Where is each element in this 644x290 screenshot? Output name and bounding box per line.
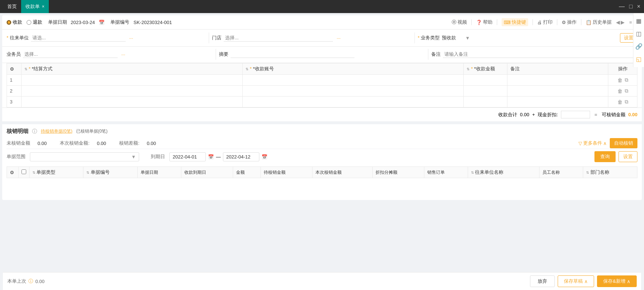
copy-btn-2[interactable]: ⧉ [625,88,628,94]
start-cal-icon[interactable]: 📅 [208,154,214,160]
range-select[interactable]: ▼ [30,152,139,161]
counterpart-input[interactable] [31,34,126,42]
done-tab[interactable]: 已核销单据(0笔) [76,128,108,134]
prev-arrow[interactable]: ◀ [616,19,620,25]
help-btn[interactable]: ❓ 帮助 [476,19,492,26]
settlement-3[interactable] [21,97,243,107]
start-date-input[interactable] [169,152,206,161]
sidebar-icon-4[interactable]: ◱ [635,54,643,64]
sales-rep-field: 业务员 ··· [7,49,213,59]
tab-receipt[interactable]: 收款单 × [21,0,49,13]
nuclear-info-icon[interactable]: ⓘ [32,128,37,135]
end-date-input[interactable] [223,152,259,161]
bottom-table: ⚙ ⇅ 单据类型 ⇅ 单据编号 单据日期 收款到期日 金额 [7,166,637,178]
counterpart-more-icon[interactable]: ··· [128,35,135,41]
filter-settings-btn[interactable]: 设置 [619,151,637,162]
settlement-1[interactable] [21,75,243,86]
refund-radio[interactable]: 退款 [27,19,42,26]
notes-1[interactable] [507,75,608,86]
divider1 [471,19,472,25]
discount-input[interactable] [561,111,590,118]
copy-btn-1[interactable]: ⧉ [625,77,628,83]
stat-info-icon[interactable]: ⓘ [28,278,33,285]
col-notes: 备注 [507,63,608,75]
divider3 [533,19,533,25]
auto-nuclear-btn[interactable]: 自动核销 [610,138,637,148]
nuclear-header: 核销明细 ⓘ 待核销单据(0笔) 已核销单据(0笔) [7,128,637,135]
minimize-btn[interactable]: — [618,3,625,11]
amount-3[interactable] [464,97,507,107]
top-nav: 首页 收款单 × — □ × [0,0,644,13]
tab-home[interactable]: 首页 [3,0,21,13]
account-1[interactable] [243,75,464,86]
maximize-btn[interactable]: □ [628,3,633,11]
bt-settings-icon[interactable]: ⚙ [10,170,14,175]
save-new-btn[interactable]: 保存&新增 ∧ [597,275,637,287]
sidebar-icon-3[interactable]: 🔗 [634,42,644,51]
video-btn[interactable]: ⓔ 视频 [452,19,467,26]
counterpart-field: 往来单位 ··· [7,33,206,43]
end-cal-icon[interactable]: 📅 [262,154,267,160]
operation-btn[interactable]: ⚙ 操作 [562,19,577,26]
save-new-arrow[interactable]: ∧ [627,279,631,284]
delete-btn-3[interactable]: 🗑 [617,99,623,105]
shortcut-btn[interactable]: ⌨ 快捷键 [502,18,528,26]
table-row: 1 🗑 ⧉ [7,75,637,86]
account-2[interactable] [243,86,464,97]
notes-3[interactable] [507,97,608,107]
summary-field: 摘要 [219,49,425,59]
receipt-radio[interactable]: 收款 [7,19,22,26]
amount-1[interactable] [464,75,507,86]
divider2 [497,19,497,25]
abandon-btn[interactable]: 放弃 [530,275,555,287]
sep2 [415,32,415,43]
pending-tab[interactable]: 待核销单据(0笔) [41,128,72,134]
btcol-staff: 员工名称 [539,167,583,178]
keyboard-icon: ⌨ [504,20,511,25]
store-more-icon[interactable]: ··· [335,35,342,41]
row-num-2: 2 [7,86,21,97]
table-settings-icon[interactable]: ⚙ [10,66,14,72]
settlement-2[interactable] [21,86,243,97]
history-btn[interactable]: 📋 历史单据 [586,19,612,26]
more-conditions-btn[interactable]: ▽ 更多条件 ∧ [578,140,607,146]
notes-2[interactable] [507,86,608,97]
bottom-right-btns: 放弃 保存草稿 ∧ 保存&新增 ∧ [530,275,637,287]
summary-input[interactable] [231,51,354,58]
op-icon: ⚙ [562,20,566,25]
calendar-icon[interactable]: 📅 [99,20,105,25]
print-btn[interactable]: 🖨 打印 [537,19,553,26]
close-btn[interactable]: × [636,3,641,11]
next-arrow[interactable]: ▶ [621,19,625,25]
tab-close-icon[interactable]: × [42,4,44,9]
sales-rep-more-icon[interactable]: ··· [120,52,127,57]
document-number-field: 单据编号 SK-20230324-001 [110,19,172,26]
number-value: SK-20230324-001 [134,20,172,25]
right-sidebar: ▦ ◫ 🔗 ◱ [633,13,644,67]
delete-btn-1[interactable]: 🗑 [617,77,623,83]
select-all-checkbox[interactable] [21,169,26,174]
bottom-bar: 本单上次 ⓘ 0.00 放弃 保存草稿 ∧ 保存&新增 ∧ [3,272,641,290]
business-type-arrow[interactable]: ▼ [465,35,470,41]
row-num-1: 1 [7,75,21,86]
notes-input[interactable] [443,51,637,58]
btcol-amount: 金额 [233,167,261,178]
save-draft-btn[interactable]: 保存草稿 ∧ [558,275,594,287]
form-header: 收款 退款 单据日期 2023-03-24 📅 单据编号 SK-20230324… [2,15,642,30]
query-btn[interactable]: 查询 [594,151,616,162]
store-input[interactable] [224,34,333,42]
diff-value: 0.00 [147,141,156,146]
btcol-settings: ⚙ [7,167,19,178]
save-draft-arrow[interactable]: ∧ [584,279,588,284]
business-type-label: 业务类型 [418,35,440,41]
amount-2[interactable] [464,86,507,97]
sidebar-icon-1[interactable]: ▦ [635,16,643,26]
nav-arrows: ◀ ▶ [616,19,625,25]
copy-btn-3[interactable]: ⧉ [625,99,628,105]
btcol-pending: 待核销金额 [260,167,312,178]
sidebar-icon-2[interactable]: ◫ [635,29,643,39]
list-view-icon[interactable]: ≡ [629,20,632,25]
sales-rep-input[interactable] [23,51,118,58]
delete-btn-2[interactable]: 🗑 [617,88,623,94]
account-3[interactable] [243,97,464,107]
